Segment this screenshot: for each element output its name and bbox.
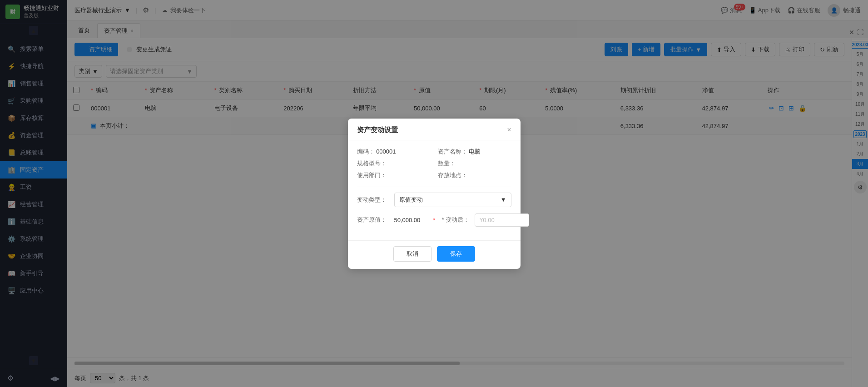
dialog-asset-value-row: 资产原值： 50,000.00 * * 变动后： <box>357 213 511 227</box>
after-change-input[interactable] <box>475 213 529 227</box>
dialog-code-item: 编码： 000001 <box>357 148 431 156</box>
dialog-divider <box>357 187 511 187</box>
dialog-asset-value-label: 资产原值： <box>357 216 389 224</box>
dialog-body: 编码： 000001 资产名称： 电脑 规格型号： 数量： 使用部门： <box>348 140 521 240</box>
dialog-location-item: 存放地点： <box>438 171 511 179</box>
after-change-required-star: * <box>433 217 435 223</box>
dialog-overlay[interactable]: 资产变动设置 × 编码： 000001 资产名称： 电脑 规格型号： 数量： <box>0 0 868 387</box>
dialog-qty-label: 数量： <box>438 160 456 167</box>
dialog-change-type-row: 变动类型： 原值变动 ▼ <box>357 193 511 207</box>
dialog-location-label: 存放地点： <box>438 172 467 179</box>
dialog-title: 资产变动设置 <box>357 126 398 134</box>
dialog-code-label: 编码： <box>357 148 375 155</box>
dialog-spec-label: 规格型号： <box>357 160 387 167</box>
dialog-code-value: 000001 <box>376 148 396 155</box>
dialog-asset-name-item: 资产名称： 电脑 <box>438 148 511 156</box>
dialog-asset-name-value: 电脑 <box>469 148 481 155</box>
dialog-spec-item: 规格型号： <box>357 159 431 168</box>
dialog-info-grid: 编码： 000001 资产名称： 电脑 规格型号： 数量： 使用部门： <box>357 148 511 179</box>
dialog-asset-name-label: 资产名称： <box>438 148 467 155</box>
dialog-header: 资产变动设置 × <box>348 119 521 140</box>
dialog-qty-item: 数量： <box>438 159 511 168</box>
cancel-btn[interactable]: 取消 <box>393 246 432 262</box>
dialog-asset-value: 50,000.00 <box>394 217 421 223</box>
save-btn[interactable]: 保存 <box>437 246 475 262</box>
dialog-dept-item: 使用部门： <box>357 171 431 179</box>
dialog-after-change-label: * 变动后： <box>441 216 469 224</box>
change-type-value: 原值变动 <box>399 196 423 204</box>
save-btn-label: 保存 <box>450 250 462 257</box>
cancel-btn-label: 取消 <box>407 250 418 257</box>
dialog-footer: 取消 保存 <box>348 240 521 269</box>
change-type-dropdown-icon: ▼ <box>501 196 506 203</box>
dialog-close-btn[interactable]: × <box>507 126 511 134</box>
change-type-select[interactable]: 原值变动 ▼ <box>394 193 511 207</box>
dialog-change-type-label: 变动类型： <box>357 196 389 204</box>
asset-change-dialog: 资产变动设置 × 编码： 000001 资产名称： 电脑 规格型号： 数量： <box>348 119 521 269</box>
dialog-dept-label: 使用部门： <box>357 172 387 179</box>
